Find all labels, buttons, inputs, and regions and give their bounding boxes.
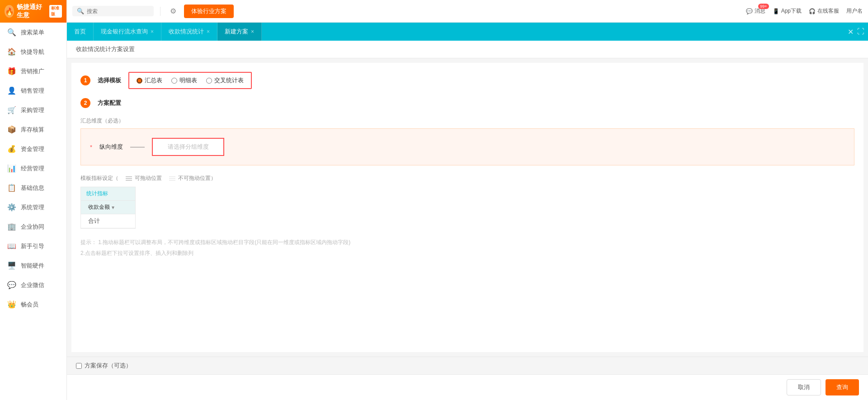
sidebar-item-finance[interactable]: 💰资金管理 (0, 139, 66, 159)
cancel-button[interactable]: 取消 (787, 379, 821, 395)
draggable-label: 可拖动位置 (135, 174, 162, 182)
nav-icon-enterprise: 🏢 (7, 222, 16, 231)
divider-1 (160, 7, 160, 16)
download-label: App下载 (781, 7, 802, 15)
sidebar-label-marketing: 营销推广 (21, 67, 44, 75)
template-options: 汇总表 明细表 交叉统计表 (128, 72, 252, 89)
industry-btn[interactable]: 体验行业方案 (184, 5, 234, 18)
tabbar: 首页 现金银行流水查询 × 收款情况统计 × 新建方案 × ✕ ⛶ (67, 23, 868, 41)
radio-summary[interactable]: 汇总表 (137, 76, 162, 85)
tabbar-actions: ✕ ⛶ (844, 23, 868, 41)
tab-new-plan-close[interactable]: × (251, 28, 254, 35)
sidebar-item-purchase[interactable]: 🛒采购管理 (0, 100, 66, 120)
sidebar-item-sales[interactable]: 👤销售管理 (0, 81, 66, 100)
nav-icon-system: ⚙️ (7, 203, 16, 212)
dim-select-box[interactable]: 请选择分组维度 (152, 138, 224, 156)
query-button[interactable]: 查询 (826, 379, 859, 395)
sidebar-nav: 🔍搜索菜单🏠快捷导航🎁营销推广👤销售管理🛒采购管理📦库存核算💰资金管理📊经营管理… (0, 23, 66, 400)
radio-summary-label: 汇总表 (145, 76, 162, 85)
radio-detail-input[interactable] (171, 78, 177, 84)
close-window-btn[interactable]: ✕ (848, 28, 854, 36)
settings-button[interactable]: ⚙ (167, 5, 179, 18)
radio-cross-label: 交叉统计表 (214, 76, 244, 85)
radio-detail-label: 明细表 (179, 76, 197, 85)
sidebar-item-guide[interactable]: 📖新手引导 (0, 236, 66, 256)
expand-window-btn[interactable]: ⛶ (857, 28, 864, 36)
search-icon: 🔍 (77, 8, 84, 14)
sidebar-label-enterprise: 企业协同 (21, 223, 44, 231)
sidebar-label-search: 搜索菜单 (21, 28, 44, 37)
tab-receivable-label: 收款情况统计 (169, 28, 204, 36)
support-item[interactable]: 🎧 在线客服 (809, 7, 839, 15)
sidebar-item-operation[interactable]: 📊经营管理 (0, 159, 66, 178)
edition-badge: 标准版 (49, 5, 62, 18)
non-draggable-label: 不可拖动位置） (178, 174, 216, 182)
nav-icon-purchase: 🛒 (7, 106, 16, 114)
step1-badge: 1 (80, 75, 90, 85)
sidebar-label-guide: 新手引导 (21, 242, 44, 250)
user-name: 用户名 (846, 7, 863, 15)
tab-new-plan[interactable]: 新建方案 × (217, 23, 262, 41)
nav-icon-hardware: 🖥️ (7, 261, 16, 270)
metrics-col-amount[interactable]: 收款金额 ▾ (81, 201, 135, 214)
sidebar-label-operation: 经营管理 (21, 165, 44, 173)
nav-icon-sales: 👤 (7, 86, 16, 95)
notification-item[interactable]: 💬 消息 99+ (746, 7, 765, 15)
search-box[interactable]: 🔍 (72, 6, 154, 16)
sidebar-item-hardware[interactable]: 🖥️智能硬件 (0, 256, 66, 275)
sidebar-label-basic: 基础信息 (21, 184, 44, 192)
radio-cross-input[interactable] (206, 78, 212, 84)
sidebar-item-enterprise[interactable]: 🏢企业协同 (0, 217, 66, 236)
col-dropdown-icon[interactable]: ▾ (112, 204, 114, 211)
tab-home-label: 首页 (74, 28, 86, 36)
action-bar: 取消 查询 (67, 374, 868, 400)
vertical-dim-label: 纵向维度 (99, 143, 123, 151)
download-item[interactable]: 📱 App下载 (773, 7, 802, 15)
save-checkbox-input[interactable] (76, 363, 82, 369)
sidebar-item-system[interactable]: ⚙️系统管理 (0, 198, 66, 217)
tab-cashflow-label: 现金银行流水查询 (101, 28, 148, 36)
sidebar-label-member: 畅会员 (21, 301, 38, 309)
sidebar: 🔥 畅捷通好生意 标准版 🔍搜索菜单🏠快捷导航🎁营销推广👤销售管理🛒采购管理📦库… (0, 0, 67, 400)
radio-detail[interactable]: 明细表 (171, 76, 197, 85)
sidebar-header: 🔥 畅捷通好生意 标准版 (0, 0, 66, 23)
nav-icon-operation: 📊 (7, 164, 16, 173)
radio-summary-input[interactable] (137, 78, 142, 84)
metrics-col-amount-label: 收款金额 (88, 203, 110, 211)
radio-cross[interactable]: 交叉统计表 (206, 76, 244, 85)
dim-row: * 纵向维度 —— 请选择分组维度 (90, 138, 224, 156)
sidebar-label-wechat: 企业微信 (21, 281, 44, 289)
download-icon: 📱 (773, 8, 779, 14)
sidebar-item-member[interactable]: 👑畅会员 (0, 295, 66, 314)
sidebar-item-quicknav[interactable]: 🏠快捷导航 (0, 42, 66, 61)
sidebar-label-hardware: 智能硬件 (21, 262, 44, 270)
search-input[interactable] (87, 8, 146, 14)
tab-home[interactable]: 首页 (67, 23, 94, 41)
user-item[interactable]: 用户名 (846, 7, 863, 15)
sidebar-label-finance: 资金管理 (21, 145, 44, 153)
tab-receivable-close[interactable]: × (207, 28, 210, 35)
logo-text: 畅捷通好生意 (17, 3, 45, 19)
form-section: 1 选择模板 汇总表 明细表 交叉统计表 (71, 63, 863, 352)
tab-receivable[interactable]: 收款情况统计 × (161, 23, 217, 41)
tab-cashflow-close[interactable]: × (151, 28, 154, 35)
nav-icon-wechat: 💬 (7, 281, 16, 289)
nav-icon-quicknav: 🏠 (7, 47, 16, 56)
tab-cashflow[interactable]: 现金银行流水查询 × (94, 23, 161, 41)
sidebar-item-marketing[interactable]: 🎁营销推广 (0, 61, 66, 81)
save-checkbox-label[interactable]: 方案保存（可选） (76, 362, 132, 370)
metrics-table: 统计指标 收款金额 ▾ 合计 (80, 187, 136, 229)
draggable-indicator: 可拖动位置 (126, 174, 162, 182)
sidebar-label-inventory: 库存核算 (21, 126, 44, 134)
nav-icon-marketing: 🎁 (7, 67, 16, 75)
nav-icon-basic: 📋 (7, 184, 16, 192)
page-footer: 方案保存（可选） (67, 357, 868, 374)
tab-new-plan-label: 新建方案 (225, 28, 248, 36)
sidebar-item-basic[interactable]: 📋基础信息 (0, 178, 66, 198)
sidebar-item-wechat[interactable]: 💬企业微信 (0, 275, 66, 295)
sidebar-item-inventory[interactable]: 📦库存核算 (0, 120, 66, 139)
sidebar-item-search[interactable]: 🔍搜索菜单 (0, 23, 66, 42)
topbar-right: 💬 消息 99+ 📱 App下载 🎧 在线客服 用户名 (746, 7, 863, 15)
step2-label: 方案配置 (98, 99, 121, 107)
notification-badge: 99+ (758, 4, 769, 9)
